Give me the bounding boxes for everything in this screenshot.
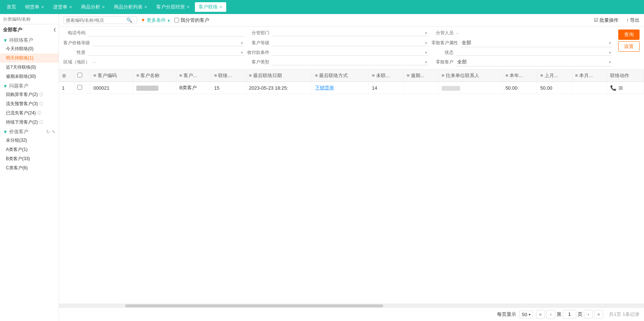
- my-customer-checkbox[interactable]: [174, 18, 179, 23]
- cell-name: [133, 82, 176, 94]
- sidebar-all-customers[interactable]: 全部客户 《: [0, 24, 59, 35]
- col-this-year: ≡ 本年...: [502, 70, 537, 82]
- col-overdue: ≡ 逾期...: [404, 70, 439, 82]
- main-search-input[interactable]: [66, 18, 125, 23]
- cell-check: [74, 82, 90, 94]
- filter-payment: 收付款条件 ▾: [247, 49, 428, 56]
- retail-chevron-icon: ▾: [609, 41, 611, 45]
- sidebar-group-problem: ▼ 问题客户: [0, 81, 59, 90]
- top-nav: 首页 销货单 ✕ 进货单 ✕ 商品分析 ✕ 商品分析列表 ✕ 客户分层经营 ✕ …: [0, 0, 644, 14]
- filter-bar: 🔍 ▼ 更多条件 ▲ 我分管的客户 ☑ 批量操作 ↑ 导出: [59, 14, 644, 27]
- manager-dots-btn[interactable]: ···: [456, 31, 459, 36]
- nav-close-customer-contact[interactable]: ✕: [219, 5, 223, 10]
- filter-retail-cust: 零散客户 全部 ▾: [431, 58, 612, 66]
- cell-last-month: 50.00: [537, 82, 572, 94]
- col-last-method: ≡ 最后联络方式: [312, 70, 369, 82]
- filter-price-select[interactable]: ▾: [92, 40, 244, 46]
- nav-close-purchase[interactable]: ✕: [69, 5, 72, 10]
- horizontal-scrollbar[interactable]: [59, 304, 644, 307]
- adv-filter-panel: 电话号码 分管部门 ▾ 分管人员 ···: [59, 27, 644, 70]
- filter-customer-level: 客户等级 ▾: [247, 40, 428, 46]
- filter-cust-type-select[interactable]: ▾: [272, 59, 428, 65]
- col-last-month: ≡ 上月...: [537, 70, 572, 82]
- sidebar-item-tomorrow[interactable]: 明天待联络(1): [0, 54, 59, 63]
- nature-chevron-icon: ▾: [241, 51, 243, 55]
- nav-customer-contact[interactable]: 客户联络 ✕: [195, 2, 226, 12]
- filter-phone-input[interactable]: [88, 30, 244, 37]
- cust-type-chevron-icon: ▾: [425, 60, 427, 64]
- nav-customer-tier[interactable]: 客户分层经营 ✕: [153, 2, 193, 12]
- next-page-btn[interactable]: ›: [584, 310, 593, 319]
- value-refresh-icon[interactable]: ↻: [46, 129, 50, 135]
- col-this-month: ≡ 本月...: [572, 70, 607, 82]
- filter-payment-select[interactable]: ▾: [272, 50, 428, 56]
- main-layout: 🔍 全部客户 《 ▼ 待联络客户 今天待联络(0) 明天待联络(1) 近7天待联…: [0, 14, 644, 321]
- page-size-select[interactable]: 50 ▾: [519, 311, 533, 318]
- nav-close-customer-tier[interactable]: ✕: [186, 5, 190, 10]
- cell-this-year: 50.00: [502, 82, 537, 94]
- filter-retail-cust-select[interactable]: 全部 ▾: [456, 58, 612, 66]
- nav-home[interactable]: 首页: [3, 2, 20, 12]
- cell-last-date: 2023-05-23 18:25:: [246, 82, 312, 94]
- row-checkbox[interactable]: [77, 85, 82, 90]
- grid-icon[interactable]: ⊞: [619, 85, 623, 91]
- nav-close-product-list[interactable]: ✕: [144, 5, 147, 10]
- more-filter-btn[interactable]: ▼ 更多条件 ▲: [141, 17, 171, 24]
- prev-page-btn[interactable]: ‹: [546, 310, 555, 319]
- filter-nature-select[interactable]: ▾: [88, 50, 244, 56]
- col-no-contact: ≡ 未联...: [369, 70, 404, 82]
- sidebar-item-class-a[interactable]: A类客户(1): [0, 145, 59, 154]
- col-action: 联络动作: [607, 70, 644, 82]
- last-method-link[interactable]: 下销货单: [315, 85, 334, 90]
- region-dots-btn[interactable]: ···: [92, 60, 96, 65]
- filter-icon: ▼: [141, 17, 146, 23]
- nav-product-analysis-list[interactable]: 商品分析列表 ✕: [110, 2, 151, 12]
- sidebar-group-value: ▼ 价值客户 ↻ ✎: [0, 127, 59, 136]
- filter-retail-select[interactable]: 全部 ▾: [460, 39, 612, 47]
- select-all-checkbox[interactable]: [77, 73, 82, 77]
- search-wrap: 🔍: [63, 16, 137, 24]
- price-chevron-icon: ▾: [241, 41, 243, 45]
- nav-product-analysis[interactable]: 商品分析 ✕: [77, 2, 109, 12]
- sidebar-item-today[interactable]: 今天待联络(0): [0, 44, 59, 54]
- filter-dept: 分管部门 ▾: [247, 30, 428, 36]
- setting-button[interactable]: 设置: [618, 41, 640, 52]
- value-edit-icon[interactable]: ✎: [52, 129, 56, 135]
- last-page-btn[interactable]: »: [594, 310, 603, 319]
- payment-chevron-icon: ▾: [425, 51, 427, 55]
- gear-col-icon[interactable]: ⚙: [62, 73, 66, 79]
- nav-close-sales[interactable]: ✕: [41, 5, 44, 10]
- cell-this-month: [572, 82, 607, 94]
- filter-dept-select[interactable]: ▾: [272, 30, 428, 36]
- cell-no-contact: 14: [369, 82, 404, 94]
- sidebar-item-declining[interactable]: 持续下滑客户(2) ⓘ: [0, 118, 59, 127]
- nav-close-product-analysis[interactable]: ✕: [102, 5, 105, 10]
- export-btn[interactable]: ↑ 导出: [627, 17, 640, 24]
- sidebar: 🔍 全部客户 《 ▼ 待联络客户 今天待联络(0) 明天待联络(1) 近7天待联…: [0, 14, 59, 321]
- main-search-icon[interactable]: 🔍: [126, 17, 132, 23]
- sidebar-item-abnormal[interactable]: 回购异常客户(2) ⓘ: [0, 90, 59, 99]
- filter-level-select[interactable]: ▾: [272, 40, 428, 46]
- filter-status-select[interactable]: ▾: [456, 50, 612, 56]
- sidebar-item-7days[interactable]: 近7天待联络(0): [0, 63, 59, 72]
- pagination-bar: 每页显示 50 ▾ « ‹ 第 页 › » 共1页 1条记录: [59, 307, 644, 321]
- my-customer-check[interactable]: 我分管的客户: [174, 17, 209, 24]
- call-icon[interactable]: 📞: [610, 85, 616, 91]
- sidebar-item-overdue[interactable]: 逾期未联络(30): [0, 72, 59, 81]
- sidebar-item-churned[interactable]: 已流失客户(24) ⓘ: [0, 108, 59, 118]
- col-last-date: ≡ 最后联络日期: [246, 70, 312, 82]
- sidebar-item-ungrouped[interactable]: 未分组(32): [0, 136, 59, 145]
- first-page-btn[interactable]: «: [536, 310, 545, 319]
- filter-row-3: 性质 ▾ 收付款条件 ▾: [63, 49, 612, 56]
- sidebar-item-class-b[interactable]: B类客户(33): [0, 154, 59, 163]
- sidebar-search-wrap: 🔍: [0, 14, 59, 24]
- query-button[interactable]: 查询: [618, 30, 640, 40]
- nav-purchase[interactable]: 进货单 ✕: [49, 2, 76, 12]
- sidebar-item-churn-warning[interactable]: 流失预警客户(3) ⓘ: [0, 99, 59, 108]
- nav-sales[interactable]: 销货单 ✕: [21, 2, 48, 12]
- page-number-input[interactable]: [563, 310, 576, 319]
- sidebar-search-input[interactable]: [3, 17, 58, 22]
- filter-row-2: 客户价格等级 ▾ 客户等级 ▾: [63, 39, 612, 47]
- batch-op-btn[interactable]: ☑ 批量操作: [594, 17, 619, 24]
- sidebar-item-class-c[interactable]: C类客户(6): [0, 163, 59, 173]
